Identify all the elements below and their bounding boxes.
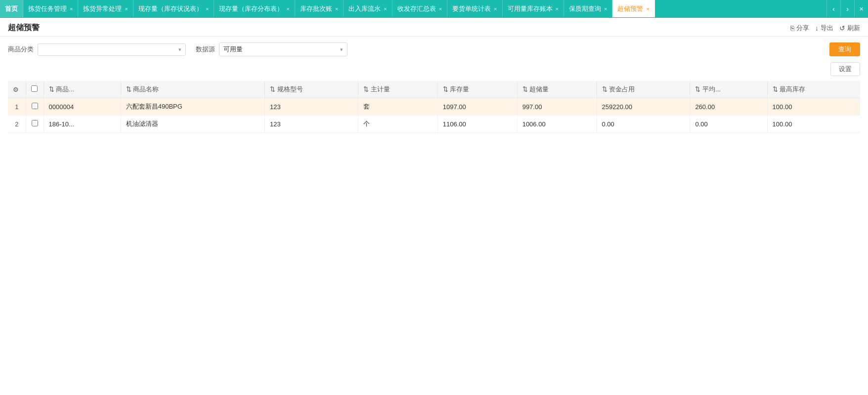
datasource-label: 数据源 (196, 45, 215, 54)
cell-spec: 123 (265, 98, 358, 116)
chevron-down-icon: ▾ (178, 46, 181, 53)
tab-close-icon[interactable]: × (125, 6, 128, 12)
tab-close-icon[interactable]: × (494, 6, 497, 12)
cell-stock: 1106.00 (437, 116, 517, 133)
cell-stock: 1097.00 (437, 98, 517, 116)
nav-home[interactable]: 首页 (0, 0, 23, 17)
th-unit[interactable]: ⇅ 主计量 (358, 81, 437, 98)
th-product-name[interactable]: ⇅ 商品名称 (121, 81, 264, 98)
nav-tab-现存量库存状况表[interactable]: 现存量（库存状况表）× (133, 0, 214, 17)
chevron-down-icon-2: ▾ (340, 46, 343, 53)
page-title: 超储预警 (8, 23, 40, 33)
select-all-checkbox[interactable] (31, 85, 38, 92)
filter-bar: 商品分类 ▾ 数据源 可用量 ▾ 查询 (0, 37, 868, 62)
cell-overstock: 997.00 (517, 98, 597, 116)
nav-tab-出入库流水[interactable]: 出入库流水× (344, 0, 392, 17)
cell-spec: 123 (265, 116, 358, 133)
data-table: ⚙ ⇅ 商品... ⇅ 商品名称 ⇅ 规格型号 ⇅ 主计量 ⇅ (8, 81, 860, 133)
cell-unit: 套 (358, 98, 437, 116)
refresh-button[interactable]: ↺ 刷新 (839, 24, 860, 33)
tab-close-icon[interactable]: × (335, 6, 338, 12)
nav-tab-超储预警[interactable]: 超储预警× (612, 0, 654, 17)
nav-close-arrow[interactable]: × (854, 0, 868, 17)
nav-right-arrow[interactable]: › (840, 0, 854, 17)
share-button[interactable]: ⎘ 分享 (790, 24, 809, 33)
th-spec[interactable]: ⇅ 规格型号 (265, 81, 358, 98)
tab-close-icon[interactable]: × (384, 6, 387, 12)
cell-avg: 260.00 (690, 98, 767, 116)
cell-product-name: 六配套新昌490BPG (121, 98, 264, 116)
cell-product-name: 机油滤清器 (121, 116, 264, 133)
th-max-stock[interactable]: ⇅ 最高库存 (767, 81, 860, 98)
nav-tab-要货单统计表[interactable]: 要货单统计表× (447, 0, 502, 17)
cell-capital: 0.00 (597, 116, 690, 133)
nav-tab-保质期查询[interactable]: 保质期查询× (564, 0, 612, 17)
cell-checkbox[interactable] (26, 116, 43, 133)
query-button[interactable]: 查询 (829, 42, 860, 56)
datasource-filter: 数据源 可用量 ▾ (196, 42, 347, 56)
th-avg[interactable]: ⇅ 平均... (690, 81, 767, 98)
cell-avg: 0.00 (690, 116, 767, 133)
th-settings: ⚙ (8, 81, 26, 98)
th-checkbox (26, 81, 43, 98)
settings-button[interactable]: 设置 (830, 62, 860, 76)
cell-max-stock: 100.00 (767, 98, 860, 116)
cell-product-code: 186-10... (43, 116, 121, 133)
cell-unit: 个 (358, 116, 437, 133)
top-nav: 首页 拣货任务管理×拣货异常处理×现存量（库存状况表）×现存量（库存分布表）×库… (0, 0, 868, 18)
nav-tab-库存批次账[interactable]: 库存批次账× (295, 0, 344, 17)
cell-row-num: 1 (8, 98, 26, 116)
category-filter: 商品分类 ▾ (8, 43, 186, 56)
tab-close-icon[interactable]: × (556, 6, 559, 12)
nav-tab-可用量库存账本[interactable]: 可用量库存账本× (503, 0, 564, 17)
cell-overstock: 1006.00 (517, 116, 597, 133)
category-select[interactable]: ▾ (38, 43, 186, 56)
nav-tab-拣货异常处理[interactable]: 拣货异常处理× (78, 0, 133, 17)
cell-checkbox[interactable] (26, 98, 43, 116)
nav-tab-现存量库存分布表[interactable]: 现存量（库存分布表）× (214, 0, 295, 17)
category-value (42, 46, 44, 53)
export-button[interactable]: ↓ 导出 (815, 24, 833, 33)
table-row: 2 186-10... 机油滤清器 123 个 1106.00 1006.00 … (8, 116, 860, 133)
category-label: 商品分类 (8, 45, 34, 54)
nav-arrows: ‹ › × (826, 0, 868, 17)
cell-capital: 259220.00 (597, 98, 690, 116)
nav-left-arrow[interactable]: ‹ (826, 0, 840, 17)
th-capital[interactable]: ⇅ 资金占用 (597, 81, 690, 98)
table-wrap: ⚙ ⇅ 商品... ⇅ 商品名称 ⇅ 规格型号 ⇅ 主计量 ⇅ (0, 81, 868, 133)
tab-close-icon[interactable]: × (646, 6, 649, 12)
cell-product-code: 0000004 (43, 98, 121, 116)
row-checkbox-1[interactable] (32, 120, 38, 126)
nav-tab-收发存汇总表[interactable]: 收发存汇总表× (392, 0, 447, 17)
tab-close-icon[interactable]: × (439, 6, 442, 12)
table-header-row: ⚙ ⇅ 商品... ⇅ 商品名称 ⇅ 规格型号 ⇅ 主计量 ⇅ (8, 81, 860, 98)
th-product-code[interactable]: ⇅ 商品... (43, 81, 121, 98)
share-icon: ⎘ (790, 24, 794, 32)
page-header: 超储预警 ⎘ 分享 ↓ 导出 ↺ 刷新 (0, 18, 868, 37)
header-actions: ⎘ 分享 ↓ 导出 ↺ 刷新 (790, 24, 860, 33)
gear-icon[interactable]: ⚙ (13, 86, 19, 93)
settings-bar: 设置 (0, 62, 868, 81)
cell-max-stock: 100.00 (767, 116, 860, 133)
table-row: 1 0000004 六配套新昌490BPG 123 套 1097.00 997.… (8, 98, 860, 116)
tab-close-icon[interactable]: × (206, 6, 209, 12)
datasource-select[interactable]: 可用量 ▾ (219, 42, 347, 56)
th-stock[interactable]: ⇅ 库存量 (437, 81, 517, 98)
tab-close-icon[interactable]: × (70, 6, 73, 12)
nav-tab-拣货任务管理[interactable]: 拣货任务管理× (23, 0, 78, 17)
datasource-value: 可用量 (223, 45, 243, 54)
export-icon: ↓ (815, 24, 819, 32)
tab-close-icon[interactable]: × (604, 6, 607, 12)
tab-close-icon[interactable]: × (286, 6, 289, 12)
refresh-icon: ↺ (839, 24, 845, 32)
th-overstock[interactable]: ⇅ 超储量 (517, 81, 597, 98)
cell-row-num: 2 (8, 116, 26, 133)
row-checkbox-0[interactable] (32, 103, 38, 109)
